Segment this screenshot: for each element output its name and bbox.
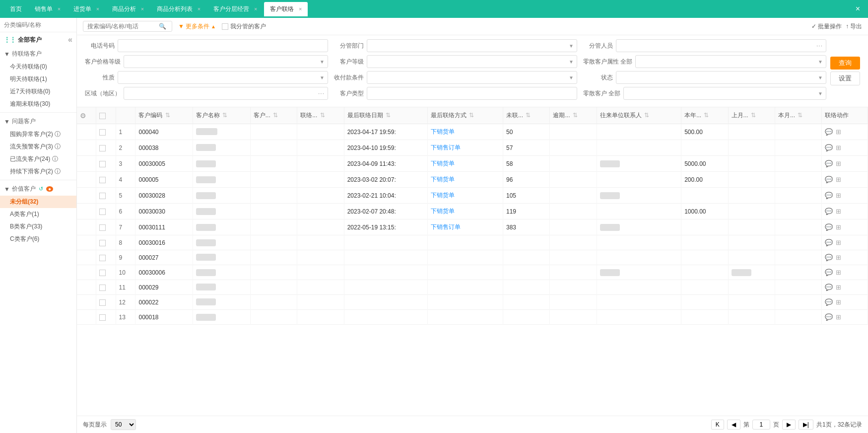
refresh-icon[interactable]: ↺ — [39, 186, 43, 192]
row-checkbox[interactable] — [99, 209, 106, 215]
filter-nature-select[interactable]: ▼ — [118, 71, 328, 84]
col-no-contact[interactable]: 未联... ⇅ — [503, 107, 550, 124]
row-checkbox[interactable] — [99, 240, 106, 246]
col-last-month[interactable]: 上月... ⇅ — [728, 107, 775, 124]
row-checkbox[interactable] — [99, 193, 106, 199]
search-button[interactable]: 查询 — [830, 57, 860, 70]
prev-page-btn[interactable]: ◀ — [727, 420, 740, 430]
cell-checkbox[interactable] — [96, 280, 116, 295]
row-checkbox[interactable] — [99, 161, 106, 167]
page-number-input[interactable] — [752, 420, 770, 430]
col-overdue[interactable]: 逾期... ⇅ — [550, 107, 597, 124]
grid-action-icon[interactable]: ⊞ — [836, 313, 841, 321]
row-checkbox[interactable] — [99, 255, 106, 261]
last-contact-way-link[interactable]: 下销货单 — [431, 160, 455, 167]
close-product-analysis-icon[interactable]: × — [141, 6, 144, 12]
col-last-way[interactable]: 最后联络方式 ⇅ — [427, 107, 503, 124]
nav-product-list[interactable]: 商品分析列表 × — [151, 2, 206, 16]
page-size-select[interactable]: 50 20 100 — [111, 419, 136, 430]
nav-home[interactable]: 首页 — [4, 2, 28, 16]
comment-icon[interactable]: 💬 — [825, 192, 833, 199]
sidebar-group-problems[interactable]: ▼ 问题客户 — [0, 115, 76, 128]
grid-action-icon[interactable]: ⊞ — [836, 192, 841, 199]
close-sales-icon[interactable]: × — [58, 6, 61, 12]
last-page-btn[interactable]: ▶| — [799, 420, 813, 430]
row-checkbox[interactable] — [99, 224, 106, 231]
cell-checkbox[interactable] — [96, 124, 116, 140]
cell-checkbox[interactable] — [96, 250, 116, 265]
nav-sales[interactable]: 销售单 × — [29, 2, 67, 16]
nav-customer-contact[interactable]: 客户联络 × — [264, 2, 308, 16]
grid-action-icon[interactable]: ⊞ — [836, 254, 841, 261]
filter-payment-select[interactable]: ▼ — [367, 71, 577, 84]
first-page-btn[interactable]: K — [711, 420, 724, 430]
sidebar-item-tomorrow[interactable]: 明天待联络(1) — [0, 73, 76, 85]
sidebar-item-7days[interactable]: 近7天待联络(0) — [0, 85, 76, 98]
sidebar-item-c-class[interactable]: C类客户(6) — [0, 233, 76, 245]
reset-button[interactable]: 设置 — [830, 72, 860, 85]
settings-icon[interactable]: ⚙ — [80, 112, 86, 120]
row-checkbox[interactable] — [99, 270, 106, 276]
sidebar-item-warning[interactable]: 流失预警客户(3) ⓘ — [0, 141, 76, 153]
grid-action-icon[interactable]: ⊞ — [836, 144, 841, 151]
comment-icon[interactable]: 💬 — [825, 313, 833, 321]
col-name[interactable]: 客户名称 ⇅ — [193, 107, 251, 124]
sidebar-item-overdue[interactable]: 逾期未联络(30) — [0, 98, 76, 110]
filter-status-select[interactable]: ▼ — [616, 71, 826, 84]
col-settings[interactable]: ⚙ — [77, 107, 96, 124]
grid-action-icon[interactable]: ⊞ — [836, 239, 841, 246]
sidebar-collapse-btn[interactable]: « — [68, 35, 72, 44]
filter-customer-type-input[interactable] — [367, 87, 577, 100]
filter-phone-input[interactable] — [118, 39, 328, 52]
global-close-icon[interactable]: × — [852, 4, 864, 13]
nav-product-analysis[interactable]: 商品分析 × — [106, 2, 150, 16]
cell-checkbox[interactable] — [96, 204, 116, 219]
filter-dept-select[interactable]: ▼ — [367, 39, 577, 52]
row-checkbox[interactable] — [99, 299, 106, 306]
cell-checkbox[interactable] — [96, 188, 116, 204]
grid-action-icon[interactable]: ⊞ — [836, 160, 841, 167]
select-all-checkbox[interactable] — [99, 113, 106, 119]
col-this-year[interactable]: 本年... ⇅ — [681, 107, 728, 124]
sidebar-item-today[interactable]: 今天待联络(0) — [0, 61, 76, 73]
grid-action-icon[interactable]: ⊞ — [836, 223, 841, 231]
cell-checkbox[interactable] — [96, 219, 116, 235]
grid-action-icon[interactable]: ⊞ — [836, 176, 841, 183]
comment-icon[interactable]: 💬 — [825, 298, 833, 306]
batch-op-btn[interactable]: ✓ 批量操作 — [811, 22, 842, 31]
nav-purchase[interactable]: 进货单 × — [67, 2, 105, 16]
comment-icon[interactable]: 💬 — [825, 239, 833, 246]
close-customer-contact-icon[interactable]: × — [299, 6, 302, 12]
comment-icon[interactable]: 💬 — [825, 223, 833, 231]
next-page-btn[interactable]: ▶ — [782, 420, 796, 430]
sidebar-search-input[interactable] — [4, 21, 77, 28]
row-checkbox[interactable] — [99, 177, 106, 183]
nav-customer-tier[interactable]: 客户分层经营 × — [207, 2, 263, 16]
filter-more-btn[interactable]: ▼ 更多条件 ▲ — [178, 22, 216, 31]
my-customer-checkbox[interactable] — [222, 23, 228, 30]
sidebar-all-customer[interactable]: ⋮⋮ 全部客户 « — [0, 32, 76, 47]
filter-customer-level-select[interactable]: ▼ — [367, 55, 577, 68]
filter-price-level-select[interactable]: ▼ — [124, 55, 328, 68]
last-contact-way-link[interactable]: 下销货单 — [431, 208, 455, 215]
grid-action-icon[interactable]: ⊞ — [836, 298, 841, 306]
comment-icon[interactable]: 💬 — [825, 208, 833, 215]
close-customer-tier-icon[interactable]: × — [254, 6, 257, 12]
cell-checkbox[interactable] — [96, 265, 116, 280]
row-checkbox[interactable] — [99, 285, 106, 291]
filter-retail-select[interactable]: ▼ — [623, 87, 826, 100]
comment-icon[interactable]: 💬 — [825, 254, 833, 261]
sidebar-item-b-class[interactable]: B类客户(33) — [0, 220, 76, 233]
row-checkbox[interactable] — [99, 129, 106, 136]
filter-my-customer[interactable]: 我分管的客户 — [222, 22, 266, 31]
sidebar-item-ungroup[interactable]: 未分组(32) — [0, 196, 76, 208]
comment-icon[interactable]: 💬 — [825, 144, 833, 151]
filter-retail-attr-select[interactable]: ▼ — [635, 55, 826, 68]
cell-checkbox[interactable] — [96, 295, 116, 310]
grid-action-icon[interactable]: ⊞ — [836, 128, 841, 136]
cell-checkbox[interactable] — [96, 156, 116, 172]
last-contact-way-link[interactable]: 下销售订单 — [431, 144, 461, 151]
sidebar-group-value[interactable]: ▼ 价值客户 ↺ ● — [0, 182, 76, 196]
col-code[interactable]: 客户编码 ⇅ — [135, 107, 193, 124]
filter-manager-input[interactable]: ··· — [616, 39, 826, 52]
